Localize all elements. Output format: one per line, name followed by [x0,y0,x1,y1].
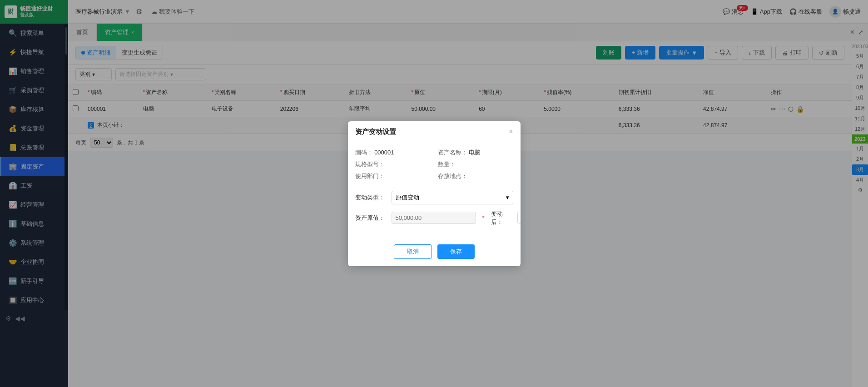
modal-storage-item: 存放地点： [438,172,513,180]
required-star: * [482,214,485,221]
modal-title: 资产变动设置 [355,128,396,136]
after-change-input[interactable] [517,212,521,224]
modal-footer: 取消 保存 [348,239,521,266]
change-type-chevron-icon: ▾ [506,194,509,201]
modal-code-item: 编码： 000001 [355,149,431,157]
modal-code-label: 编码： [355,149,373,156]
modal-storage-label: 存放地点： [438,173,467,179]
modal-body: 编码： 000001 资产名称： 电脑 规格型号： 数量： 使用部门： [348,141,521,239]
change-type-row: 变动类型： 原值变动 ▾ [355,191,513,204]
modal-info-grid: 编码： 000001 资产名称： 电脑 规格型号： 数量： 使用部门： [355,149,513,180]
modal-quantity-label: 数量： [438,161,456,168]
modal-code-value: 000001 [374,149,394,156]
modal-spec-item: 规格型号： [355,160,431,169]
modal-asset-name-item: 资产名称： 电脑 [438,149,513,157]
modal-header: 资产变动设置 × [348,121,521,141]
change-type-label: 变动类型： [355,194,388,202]
modal-department-item: 使用部门： [355,172,431,180]
asset-change-modal: 资产变动设置 × 编码： 000001 资产名称： 电脑 规格型号： 数量： [348,121,521,266]
modal-quantity-item: 数量： [438,160,513,169]
asset-original-row: 资产原值： * 变动后： [355,210,513,226]
modal-divider [355,186,513,186]
after-change-label: 变动后： [491,210,514,226]
save-button[interactable]: 保存 [437,244,475,259]
modal-close-button[interactable]: × [509,128,513,136]
asset-original-label: 资产原值： [355,214,388,222]
cancel-button[interactable]: 取消 [394,244,432,259]
modal-department-label: 使用部门： [355,173,385,179]
modal-asset-name-label: 资产名称： [438,149,467,156]
change-type-value: 原值变动 [396,194,419,202]
modal-spec-label: 规格型号： [355,161,385,168]
cancel-label: 取消 [407,248,419,255]
asset-original-input [392,212,476,224]
modal-overlay: 资产变动设置 × 编码： 000001 资产名称： 电脑 规格型号： 数量： [0,0,868,387]
change-type-select[interactable]: 原值变动 ▾ [392,191,513,204]
modal-asset-name-value: 电脑 [469,149,481,156]
save-label: 保存 [450,248,462,255]
